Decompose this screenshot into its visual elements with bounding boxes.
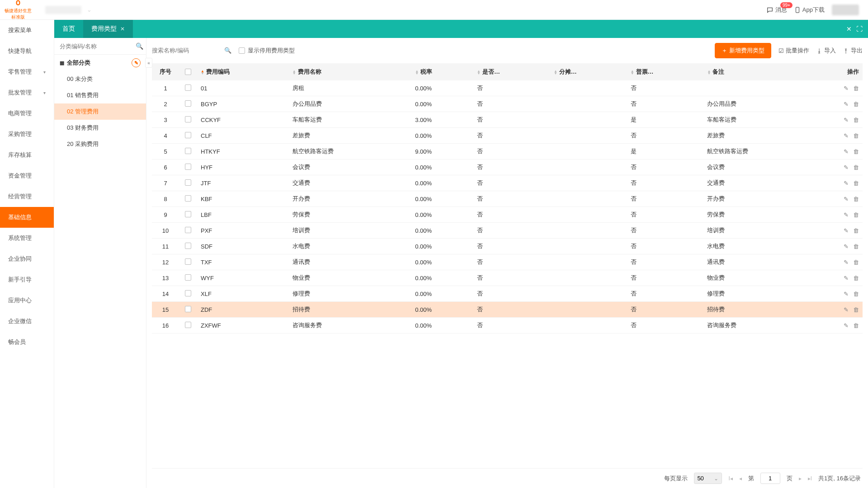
category-item[interactable]: 00 未分类 <box>54 71 146 87</box>
app-download-link[interactable]: App下载 <box>794 6 825 14</box>
delete-icon[interactable]: 🗑 <box>853 196 859 202</box>
col-checkbox[interactable] <box>179 63 197 80</box>
cell-checkbox[interactable] <box>179 254 197 270</box>
import-button[interactable]: ⭳ 导入 <box>816 47 836 55</box>
table-row[interactable]: 4CLF差旅费0.00%否否差旅费✎🗑 <box>152 128 863 144</box>
collapse-icon[interactable]: « <box>145 58 152 68</box>
sidebar-item[interactable]: 零售管理▾ <box>0 61 54 82</box>
edit-icon[interactable]: ✎ <box>844 322 849 329</box>
table-row[interactable]: 5HTKYF航空铁路客运费9.00%否是航空铁路客运费✎🗑 <box>152 144 863 160</box>
cell-checkbox[interactable] <box>179 96 197 112</box>
table-row[interactable]: 9LBF劳保费0.00%否否劳保费✎🗑 <box>152 207 863 223</box>
cell-checkbox[interactable] <box>179 80 197 96</box>
last-page-icon[interactable]: ▸I <box>808 475 812 482</box>
export-button[interactable]: ⭱ 导出 <box>843 47 863 55</box>
cell-checkbox[interactable] <box>179 160 197 175</box>
sidebar-item[interactable]: 采购管理 <box>0 124 54 145</box>
cell-checkbox[interactable] <box>179 191 197 207</box>
cell-checkbox[interactable] <box>179 270 197 286</box>
next-page-icon[interactable]: ▸ <box>799 475 802 482</box>
messages-link[interactable]: 消息 99+ <box>766 6 787 14</box>
col-ticket[interactable]: ▲▼普票… <box>627 63 704 80</box>
col-code[interactable]: ▲▼费用编码 <box>197 63 289 80</box>
table-row[interactable]: 6HYF会议费0.00%否否会议费✎🗑 <box>152 160 863 175</box>
edit-icon[interactable]: ✎ <box>844 306 849 313</box>
edit-icon[interactable]: ✎ <box>844 243 849 250</box>
col-alloc[interactable]: ▲▼分摊… <box>550 63 627 80</box>
edit-icon[interactable]: ✎ <box>844 227 849 234</box>
cell-checkbox[interactable] <box>179 302 197 318</box>
category-item[interactable]: 02 管理费用 <box>54 103 146 120</box>
category-header[interactable]: ▦ 全部分类 ✎ « <box>54 54 146 71</box>
table-row[interactable]: 16ZXFWF咨询服务费0.00%否否咨询服务费✎🗑 <box>152 318 863 333</box>
sidebar-item[interactable]: 批发管理▾ <box>0 82 54 103</box>
avatar[interactable] <box>832 5 859 15</box>
table-row[interactable]: 2BGYP办公用品费0.00%否否办公用品费✎🗑 <box>152 96 863 112</box>
category-search-input[interactable] <box>60 43 136 50</box>
table-row[interactable]: 11SDF水电费0.00%否否水电费✎🗑 <box>152 239 863 254</box>
edit-icon[interactable]: ✎ <box>844 291 849 297</box>
sidebar-item[interactable]: 库存核算 <box>0 145 54 165</box>
close-all-icon[interactable]: ✕ <box>846 25 852 33</box>
sidebar-item[interactable]: 系统管理 <box>0 228 54 249</box>
sidebar-item[interactable]: 畅会员 <box>0 332 54 352</box>
fullscreen-icon[interactable]: ⛶ <box>856 25 863 33</box>
table-row[interactable]: 13WYF物业费0.00%否否物业费✎🗑 <box>152 270 863 286</box>
category-item[interactable]: 20 采购费用 <box>54 136 146 152</box>
delete-icon[interactable]: 🗑 <box>853 211 859 218</box>
first-page-icon[interactable]: I◂ <box>728 475 732 482</box>
table-row[interactable]: 3CCKYF车船客运费3.00%否是车船客运费✎🗑 <box>152 112 863 128</box>
sidebar-item[interactable]: 企业协同 <box>0 249 54 269</box>
cell-checkbox[interactable] <box>179 112 197 128</box>
table-row[interactable]: 7JTF交通费0.00%否否交通费✎🗑 <box>152 175 863 191</box>
sidebar-item[interactable]: 经营管理 <box>0 186 54 207</box>
edit-icon[interactable]: ✎ <box>844 180 849 187</box>
search-icon[interactable]: 🔍 <box>136 42 143 50</box>
delete-icon[interactable]: 🗑 <box>853 85 859 92</box>
new-button[interactable]: ＋ 新增费用类型 <box>715 43 771 58</box>
sidebar-item[interactable]: 新手引导 <box>0 269 54 290</box>
cell-checkbox[interactable] <box>179 223 197 239</box>
delete-icon[interactable]: 🗑 <box>853 180 859 187</box>
sidebar-item[interactable]: 电商管理 <box>0 103 54 124</box>
delete-icon[interactable]: 🗑 <box>853 275 859 282</box>
sidebar-item[interactable]: 快捷导航 <box>0 41 54 61</box>
edit-icon[interactable]: ✎ <box>844 196 849 202</box>
edit-icon[interactable]: ✎ <box>844 211 849 218</box>
edit-icon[interactable]: ✎ <box>844 101 849 108</box>
col-rate[interactable]: ▲▼税率 <box>411 63 473 80</box>
category-item[interactable]: 01 销售费用 <box>54 87 146 103</box>
delete-icon[interactable]: 🗑 <box>853 132 859 139</box>
sidebar-item[interactable]: 企业微信 <box>0 311 54 332</box>
delete-icon[interactable]: 🗑 <box>853 259 859 266</box>
delete-icon[interactable]: 🗑 <box>853 227 859 234</box>
org-selector[interactable]: ⌄ <box>36 6 101 14</box>
delete-icon[interactable]: 🗑 <box>853 243 859 250</box>
cell-checkbox[interactable] <box>179 144 197 160</box>
prev-page-icon[interactable]: ◂ <box>739 475 742 482</box>
edit-icon[interactable]: ✎ <box>844 259 849 266</box>
show-disabled-checkbox[interactable]: 显示停用费用类型 <box>239 47 295 55</box>
edit-icon[interactable]: ✎ <box>132 58 141 67</box>
delete-icon[interactable]: 🗑 <box>853 101 859 108</box>
search-icon[interactable]: 🔍 <box>224 47 231 54</box>
delete-icon[interactable]: 🗑 <box>853 164 859 171</box>
cell-checkbox[interactable] <box>179 286 197 302</box>
delete-icon[interactable]: 🗑 <box>853 291 859 297</box>
batch-button[interactable]: ☑ 批量操作 <box>778 47 809 55</box>
close-icon[interactable]: ✕ <box>120 26 125 32</box>
cell-checkbox[interactable] <box>179 318 197 333</box>
sidebar-item[interactable]: 资金管理 <box>0 165 54 186</box>
table-row[interactable]: 15ZDF招待费0.00%否否招待费✎🗑 <box>152 302 863 318</box>
page-input[interactable] <box>760 473 780 484</box>
edit-icon[interactable]: ✎ <box>844 275 849 282</box>
table-row[interactable]: 101房租0.00%否否✎🗑 <box>152 80 863 96</box>
category-item[interactable]: 03 财务费用 <box>54 120 146 136</box>
cell-checkbox[interactable] <box>179 207 197 223</box>
cell-checkbox[interactable] <box>179 239 197 254</box>
col-is[interactable]: ▲▼是否… <box>473 63 550 80</box>
table-row[interactable]: 10PXF培训费0.00%否否培训费✎🗑 <box>152 223 863 239</box>
sidebar-item[interactable]: 应用中心 <box>0 290 54 311</box>
search-input[interactable] <box>152 47 224 54</box>
cell-checkbox[interactable] <box>179 128 197 144</box>
